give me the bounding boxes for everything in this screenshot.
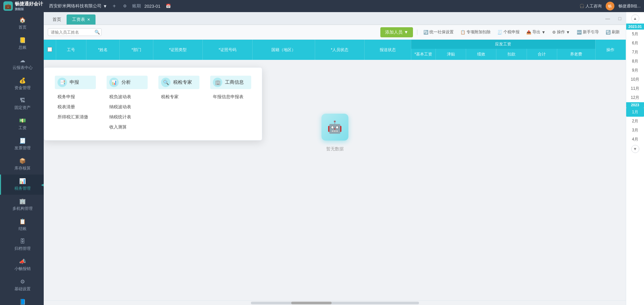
tab-salary[interactable]: 工资表 ✕ <box>67 14 96 25</box>
popup-item-tax-payment[interactable]: 纳税波动表 <box>107 102 148 112</box>
th-id-type: *证照类型 <box>153 40 203 60</box>
date-month-11[interactable]: 11月 <box>626 84 644 93</box>
sidebar-item-ledger[interactable]: 📒 总账 <box>0 34 44 54</box>
sidebar-item-tax[interactable]: 📊 税务管理 ◀ <box>0 175 44 195</box>
date-month-2[interactable]: 2月 <box>626 117 644 126</box>
sidebar-item-inventory[interactable]: 📦 库存核算 <box>0 154 44 175</box>
date-nav-down[interactable]: ▼ <box>631 145 639 153</box>
popup-section-zjz: 🔍 税检专家 税检专家 <box>153 73 205 135</box>
popup-item-tax-stats[interactable]: 纳税统计表 <box>107 112 148 122</box>
tax-report-button[interactable]: 🧾 个税申报 <box>495 28 522 36</box>
sidebar-item-salary[interactable]: 💵 工资 <box>0 114 44 134</box>
popup-item-tax-report[interactable]: 税务申报 <box>55 92 96 102</box>
popup-item-tax-burden[interactable]: 税负波动表 <box>107 92 148 102</box>
sidebar-item-multi-org[interactable]: 🏢 多机构管理 <box>0 195 44 215</box>
minimize-button[interactable]: — <box>602 12 614 25</box>
horizontal-scrollbar[interactable] <box>251 302 419 304</box>
date-month-9[interactable]: 9月 <box>626 66 644 75</box>
operation-button[interactable]: ⚙ 操作 ▼ <box>550 28 572 36</box>
toolbar: 🔍 添加人员 ▼ 🔄 统一社保设置 📋 专项附加扣除 🧾 个税申报 📤 <box>44 25 626 40</box>
settings-button[interactable]: ⚙ <box>121 2 129 10</box>
date-month-10[interactable]: 10月 <box>626 75 644 84</box>
th-base-salary: *基本工资 <box>411 49 436 60</box>
th-dept: *部门 <box>120 40 153 60</box>
popup-item-annual-report[interactable]: 年报信息申报表 <box>210 92 251 102</box>
add-company-button[interactable]: + <box>111 2 118 10</box>
sidebar-item-label: 基础设置 <box>14 286 31 292</box>
invoice-icon: 🧾 <box>19 138 26 144</box>
social-security-icon: 🔄 <box>423 30 428 35</box>
empty-text: 暂无数据 <box>326 146 344 152</box>
calendar-button[interactable]: 📅 <box>164 2 173 10</box>
search-input[interactable] <box>51 30 94 35</box>
app-version: 旗舰版 <box>15 7 43 11</box>
consult-btn[interactable]: 🎧 人工咨询 <box>579 3 602 9</box>
company-selector[interactable]: 西安虾米网络科技有限公司 ▼ <box>49 3 107 9</box>
date-month-8[interactable]: 8月 <box>626 57 644 66</box>
tax-management-dropdown: 📑 申报 税务申报 税表清册 所得税汇算清缴 📊 分析 税负波动表 纳税波动表 … <box>44 67 262 141</box>
cloud-icon: ☁ <box>20 57 25 64</box>
th-id-no: *证照号码 <box>203 40 253 60</box>
sidebar-item-closing[interactable]: 📋 结账 <box>0 215 44 235</box>
guide-btn-icon: 🆕 <box>577 30 582 35</box>
date-month-7[interactable]: 7月 <box>626 48 644 57</box>
period-label: 账期 <box>132 3 141 9</box>
empty-icon: 🤖 <box>321 114 348 141</box>
fund-icon: 💰 <box>19 77 26 84</box>
operation-icon: ⚙ <box>552 30 556 35</box>
sidebar-item-assets[interactable]: 🏗 固定资产 <box>0 94 44 114</box>
maximize-button[interactable]: □ <box>614 12 626 25</box>
date-month-5[interactable]: 5月 <box>626 30 644 39</box>
th-name: *姓名 <box>86 40 119 60</box>
closing-icon: 📋 <box>19 218 26 225</box>
date-month-4[interactable]: 4月 <box>626 135 644 144</box>
sidebar-item-guide[interactable]: 📘 新手引导 <box>0 295 44 305</box>
deduction-icon: 📋 <box>460 30 465 35</box>
salary-icon: 💵 <box>19 117 26 124</box>
date-month-3[interactable]: 3月 <box>626 126 644 135</box>
popup-section-title-shenb: 📑 申报 <box>55 76 96 89</box>
date-month-1[interactable]: 1月 <box>626 108 644 117</box>
popup-item-income-tax[interactable]: 所得税汇算清缴 <box>55 112 96 122</box>
scrollbar-thumb[interactable] <box>291 302 332 304</box>
date-month-6[interactable]: 6月 <box>626 39 644 48</box>
refresh-button[interactable]: 🔃 刷新 <box>604 28 622 36</box>
home-icon: 🏠 <box>19 17 26 23</box>
tab-close-icon[interactable]: ✕ <box>87 17 90 22</box>
sidebar: 🏠 首页 📒 总账 ☁ 云报表中心 💰 资金管理 🏗 固定资产 💵 工资 🧾 发… <box>0 12 44 305</box>
sidebar-item-settings[interactable]: ⚙ 基础设置 <box>0 275 44 295</box>
export-button[interactable]: 📤 导出 ▼ <box>524 28 547 36</box>
select-all-checkbox[interactable] <box>47 47 52 52</box>
deduction-label: 专项附加扣除 <box>466 29 491 35</box>
tab-home[interactable]: 首页 <box>47 14 67 25</box>
add-btn-dropdown-icon: ▼ <box>404 30 408 35</box>
social-security-button[interactable]: 🔄 统一社保设置 <box>421 28 456 36</box>
sidebar-item-label: 首页 <box>18 25 27 30</box>
shenb-label: 申报 <box>70 79 79 85</box>
popup-section-gsxx: 🏢 工商信息 年报信息申报表 <box>205 73 257 135</box>
sidebar-item-label: 总账 <box>18 45 27 50</box>
sidebar-item-cloud[interactable]: ☁ 云报表中心 <box>0 54 44 74</box>
deduction-button[interactable]: 📋 专项附加扣除 <box>458 28 493 36</box>
social-security-label: 统一社保设置 <box>429 29 454 35</box>
company-dropdown-icon: ▼ <box>103 4 107 9</box>
add-employee-button[interactable]: 添加人员 ▼ <box>380 27 413 37</box>
th-allowance: 津贴 <box>436 49 466 60</box>
tax-report-icon: 🧾 <box>497 30 502 35</box>
date-month-12[interactable]: 12月 <box>626 93 644 102</box>
popup-item-tax-table[interactable]: 税表清册 <box>55 102 96 112</box>
top-bar: 💼 畅捷通好会计 旗舰版 西安虾米网络科技有限公司 ▼ + ⚙ 账期 2023-… <box>0 0 644 12</box>
user-avatar[interactable]: 畅 <box>606 2 614 10</box>
popup-item-income-calc[interactable]: 收入测算 <box>107 122 148 132</box>
sidebar-item-archive[interactable]: 🗄 归档管理 <box>0 235 44 255</box>
date-nav-up[interactable]: ▲ <box>631 14 639 23</box>
search-icon: 🔍 <box>94 30 100 35</box>
sidebar-item-label: 归档管理 <box>14 246 31 252</box>
sidebar-item-expense[interactable]: 📣 小畅报销 <box>0 255 44 275</box>
sidebar-item-home[interactable]: 🏠 首页 <box>0 13 44 34</box>
sidebar-item-invoice[interactable]: 🧾 发票管理 <box>0 134 44 154</box>
sidebar-item-fund[interactable]: 💰 资金管理 <box>0 74 44 94</box>
guide-button[interactable]: 🆕 新手引导 <box>575 28 601 36</box>
guide-icon: 📘 <box>19 299 26 305</box>
popup-item-tax-expert[interactable]: 税检专家 <box>158 92 199 102</box>
